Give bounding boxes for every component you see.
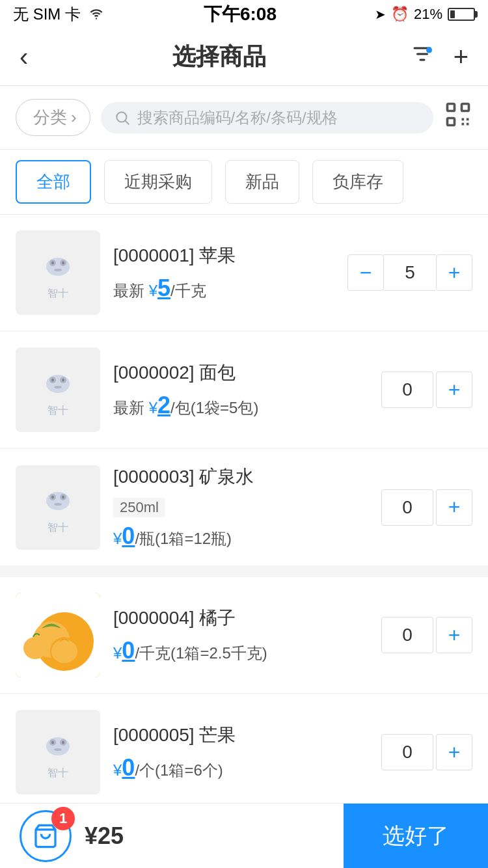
search-icon: [114, 109, 131, 127]
battery-text: 21%: [414, 6, 442, 23]
product-price: 最新 ¥5/千克: [113, 275, 334, 302]
product-info: [0000003] 矿泉水 250ml ¥0/瓶(1箱=12瓶): [113, 465, 368, 550]
status-bar: 无 SIM 卡 下午6:08 ➤ ⏰ 21%: [0, 0, 488, 29]
svg-point-21: [62, 496, 64, 499]
svg-rect-3: [462, 104, 469, 111]
product-info: [0000001] 苹果 最新 ¥5/千克: [113, 243, 334, 302]
svg-point-22: [54, 503, 62, 506]
quantity-input[interactable]: [381, 617, 433, 653]
product-info: [0000004] 橘子 ¥0/千克(1箱=2.5千克): [113, 606, 368, 664]
quantity-control: − +: [347, 254, 472, 291]
battery-icon: [448, 8, 475, 21]
increase-button[interactable]: +: [436, 489, 472, 526]
product-price: ¥0/个(1箱=6个): [113, 754, 368, 781]
svg-point-16: [54, 386, 62, 388]
svg-rect-2: [448, 104, 455, 111]
product-image: 智十: [16, 347, 100, 432]
list-item: 智十 [0000002] 面包 最新 ¥2/包(1袋=5包) +: [0, 332, 488, 448]
status-time: 下午6:08: [204, 2, 277, 27]
product-image: 智十: [16, 710, 100, 794]
svg-point-11: [46, 375, 70, 393]
cart-button[interactable]: 1: [20, 810, 72, 862]
filter-button[interactable]: [411, 42, 434, 72]
product-name: [0000005] 芒果: [113, 723, 368, 748]
search-area: 分类 ›: [0, 86, 488, 150]
svg-point-34: [62, 740, 64, 744]
increase-button[interactable]: +: [436, 372, 472, 408]
svg-point-35: [54, 748, 62, 751]
confirm-button[interactable]: 选好了: [344, 804, 488, 868]
filter-tabs: 全部 近期采购 新品 负库存: [0, 150, 488, 215]
quantity-control: +: [381, 617, 472, 653]
product-name: [0000002] 面包: [113, 360, 368, 385]
increase-button[interactable]: +: [436, 617, 472, 653]
svg-rect-4: [448, 118, 455, 126]
product-image: 智十: [16, 465, 100, 550]
list-item: [0000004] 橘子 ¥0/千克(1箱=2.5千克) +: [0, 577, 488, 693]
search-input-wrap: [101, 102, 433, 133]
search-input[interactable]: [137, 109, 420, 127]
product-name: [0000004] 橘子: [113, 606, 368, 631]
product-info: [0000002] 面包 最新 ¥2/包(1袋=5包): [113, 360, 368, 419]
category-arrow: ›: [71, 107, 77, 128]
quantity-control: +: [381, 734, 472, 770]
svg-point-27: [23, 637, 47, 659]
category-label: 分类: [33, 106, 67, 129]
svg-point-8: [51, 261, 54, 264]
cart-badge: 1: [51, 807, 75, 830]
svg-point-20: [51, 496, 54, 499]
quantity-control: +: [381, 372, 472, 408]
svg-point-5: [46, 258, 70, 276]
list-item: 智十 [0000005] 芒果 ¥0/个(1箱=6个) +: [0, 694, 488, 810]
carrier-text: 无 SIM 卡: [13, 4, 81, 25]
add-button[interactable]: +: [454, 42, 468, 72]
tab-all[interactable]: 全部: [16, 160, 91, 204]
product-price: 最新 ¥2/包(1袋=5包): [113, 392, 368, 419]
nav-bar: ‹ 选择商品 +: [0, 29, 488, 86]
location-icon: ➤: [375, 7, 386, 22]
product-price: ¥0/瓶(1箱=12瓶): [113, 522, 368, 550]
increase-button[interactable]: +: [436, 254, 472, 291]
svg-point-14: [51, 378, 54, 381]
category-button[interactable]: 分类 ›: [16, 99, 90, 136]
svg-point-29: [51, 640, 77, 663]
svg-point-17: [46, 492, 70, 510]
tab-new[interactable]: 新品: [225, 160, 299, 204]
cart-section: 1 ¥25: [0, 810, 344, 862]
status-carrier: 无 SIM 卡: [13, 4, 105, 25]
product-price: ¥0/千克(1箱=2.5千克): [113, 637, 368, 664]
nav-actions: +: [411, 42, 468, 72]
product-image: 智十: [16, 230, 100, 315]
quantity-input[interactable]: [381, 372, 433, 408]
svg-point-0: [426, 47, 432, 53]
tab-negative[interactable]: 负库存: [312, 160, 403, 204]
page-title: 选择商品: [172, 41, 266, 73]
wifi-icon: [87, 8, 105, 21]
increase-button[interactable]: +: [436, 734, 472, 770]
scan-button[interactable]: [444, 100, 472, 135]
svg-point-15: [62, 378, 64, 381]
quantity-input[interactable]: [384, 254, 436, 291]
product-info: [0000005] 芒果 ¥0/个(1箱=6个): [113, 723, 368, 781]
svg-point-30: [46, 737, 70, 755]
list-item: 智十 [0000001] 苹果 最新 ¥5/千克 − +: [0, 215, 488, 331]
product-list: 智十 [0000001] 苹果 最新 ¥5/千克 − + 智十 [0000002…: [0, 215, 488, 868]
bottom-bar: 1 ¥25 选好了: [0, 803, 488, 868]
status-indicators: ➤ ⏰ 21%: [375, 6, 475, 23]
quantity-control: +: [381, 489, 472, 526]
tab-recent[interactable]: 近期采购: [104, 160, 212, 204]
quantity-input[interactable]: [381, 734, 433, 770]
decrease-button[interactable]: −: [347, 254, 384, 291]
svg-point-9: [62, 261, 64, 264]
alarm-icon: ⏰: [391, 6, 409, 23]
product-image: [16, 593, 100, 677]
svg-point-33: [51, 740, 54, 744]
product-spec: 250ml: [113, 498, 165, 517]
quantity-input[interactable]: [381, 489, 433, 526]
product-name: [0000003] 矿泉水: [113, 465, 368, 489]
product-name: [0000001] 苹果: [113, 243, 334, 268]
total-price: ¥25: [85, 822, 124, 850]
list-item: 智十 [0000003] 矿泉水 250ml ¥0/瓶(1箱=12瓶) +: [0, 449, 488, 565]
back-button[interactable]: ‹: [20, 42, 28, 72]
